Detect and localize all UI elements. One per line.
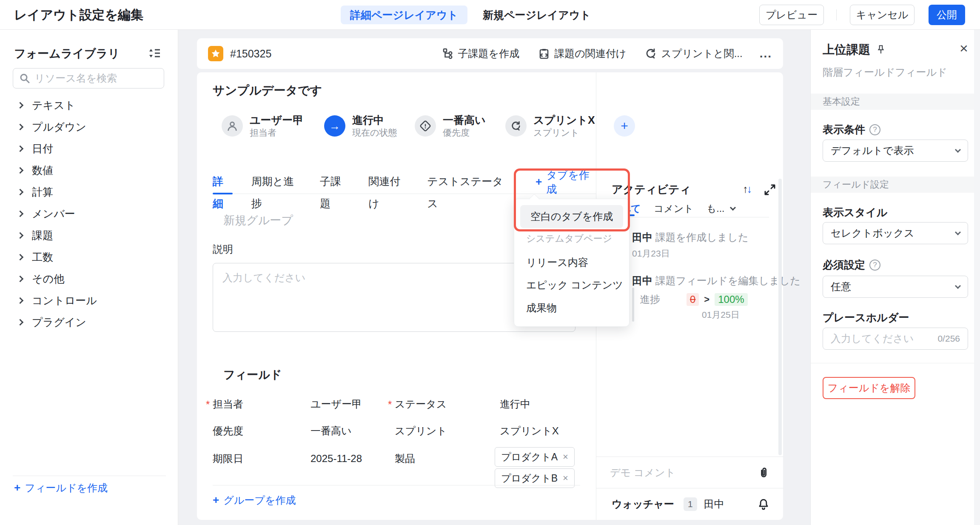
- headline-sprint[interactable]: スプリントXスプリント: [505, 113, 595, 139]
- chevron-down-icon: [955, 146, 961, 152]
- display-condition-select[interactable]: デフォルトで表示: [823, 140, 968, 162]
- change-quote-bar: [632, 288, 634, 322]
- product-tag-a[interactable]: プロダクトA×: [495, 447, 575, 467]
- field-change-row: 進捗 0 > 100%: [640, 293, 748, 306]
- layout-editor-page: レイアウト設定を編集 詳細ページレイアウト 新規ページレイアウト プレビュー キ…: [0, 0, 980, 525]
- sort-order-icon[interactable]: ↑↓: [743, 183, 751, 195]
- issue-header-card: #150325 子課題を作成 課題の関連付け スプリントと関... ...: [197, 38, 783, 69]
- tab-new-page-layout[interactable]: 新規ページレイアウト: [483, 0, 591, 30]
- issue-title: サンプルデータです: [213, 83, 322, 99]
- status-arrow-icon: →: [324, 115, 345, 137]
- expand-icon[interactable]: [764, 184, 776, 196]
- comment-input[interactable]: [610, 467, 757, 479]
- remove-tag-icon[interactable]: ×: [563, 473, 568, 484]
- tab-links[interactable]: 関連付け: [368, 170, 408, 194]
- display-style-select[interactable]: セレクトボックス: [823, 222, 968, 244]
- tab-details[interactable]: 詳細: [213, 170, 233, 194]
- field-value-priority[interactable]: 一番高い: [311, 424, 352, 438]
- tab-detail-page-layout[interactable]: 詳細ページレイアウト: [341, 6, 467, 24]
- top-bar: レイアウト設定を編集 詳細ページレイアウト 新規ページレイアウト プレビュー キ…: [0, 0, 980, 30]
- tab-cycle-progress[interactable]: 周期と進捗: [251, 170, 301, 194]
- help-icon[interactable]: ?: [869, 260, 880, 271]
- menu-item-release[interactable]: リリース内容: [526, 256, 588, 269]
- sidebar-item-manhour[interactable]: 工数: [0, 246, 178, 268]
- field-label-assignee: *担当者: [213, 397, 243, 411]
- issue-tab-bar: 詳細 周期と進捗 子課題 関連付け テストステータス +タブを作成: [213, 170, 596, 194]
- sidebar-item-member[interactable]: メンバー: [0, 203, 178, 225]
- section-basic-settings: 基本設定: [811, 94, 974, 110]
- watcher-names: 田中: [704, 497, 724, 511]
- sidebar-item-number[interactable]: 数値: [0, 160, 178, 181]
- headline-priority[interactable]: 一番高い優先度: [415, 113, 486, 139]
- divider: [611, 217, 769, 217]
- sidebar-item-calc[interactable]: 計算: [0, 181, 178, 203]
- pin-icon[interactable]: [875, 44, 886, 55]
- new-value: 100%: [715, 293, 747, 306]
- field-label-status: *ステータス: [395, 397, 447, 411]
- sidebar-item-text[interactable]: テキスト: [0, 94, 178, 116]
- divider: [596, 457, 783, 457]
- publish-button[interactable]: 公開: [929, 5, 965, 25]
- group-name-placeholder[interactable]: 新規グループ: [223, 213, 293, 228]
- placeholder-input[interactable]: [831, 333, 934, 345]
- sidebar-item-issue[interactable]: 課題: [0, 225, 178, 246]
- close-icon[interactable]: ×: [960, 41, 968, 55]
- field-value-sprint[interactable]: スプリントX: [500, 424, 559, 438]
- headline-assignee[interactable]: ユーザー甲担当者: [222, 113, 303, 139]
- sprint-loop-icon: [505, 115, 527, 137]
- remove-tag-icon[interactable]: ×: [563, 451, 568, 462]
- field-value-assignee[interactable]: ユーザー甲: [311, 397, 362, 411]
- tab-subtasks[interactable]: 子課題: [320, 170, 350, 194]
- more-actions-button[interactable]: ...: [760, 49, 772, 58]
- library-search[interactable]: [13, 68, 164, 88]
- create-field-button[interactable]: +フィールドを作成: [14, 479, 108, 496]
- sprint-link-button[interactable]: スプリントと関...: [645, 47, 742, 60]
- menu-item-deliverable[interactable]: 成果物: [526, 301, 557, 315]
- create-group-button[interactable]: +グループを作成: [213, 491, 296, 508]
- sidebar-item-control[interactable]: コントロール: [0, 290, 178, 311]
- old-value: 0: [687, 293, 699, 306]
- field-value-status[interactable]: 進行中: [500, 397, 530, 411]
- bell-icon[interactable]: [757, 498, 770, 511]
- activity-tab-comments[interactable]: コメント: [654, 202, 694, 215]
- issue-id: #150325: [230, 48, 271, 60]
- paperclip-icon[interactable]: [757, 466, 770, 479]
- activity-title: アクティビティ: [612, 182, 691, 197]
- create-tab-button[interactable]: +タブを作成: [536, 168, 596, 196]
- headline-status[interactable]: → 進行中現在の状態: [324, 113, 397, 139]
- activity-tab-more[interactable]: も...: [707, 202, 735, 215]
- collapse-list-icon[interactable]: [148, 47, 161, 60]
- form-library-sidebar: フォームライブラリ テキスト プルダウン 日付 数値 計算 メンバー 課題 工数…: [0, 30, 178, 525]
- sidebar-item-pulldown[interactable]: プルダウン: [0, 116, 178, 138]
- help-icon[interactable]: ?: [869, 124, 880, 135]
- divider: [213, 485, 580, 485]
- divider: [811, 363, 974, 363]
- comment-box: [610, 457, 770, 488]
- required-setting-select[interactable]: 任意: [823, 276, 968, 298]
- cancel-button[interactable]: キャンセル: [850, 5, 914, 25]
- tab-test-status[interactable]: テストステータス: [427, 170, 508, 194]
- sidebar-item-other[interactable]: その他: [0, 268, 178, 290]
- chevron-right-icon: [17, 211, 24, 217]
- divider: [13, 476, 166, 476]
- sidebar-item-date[interactable]: 日付: [0, 138, 178, 160]
- field-label-priority: 優先度: [213, 424, 243, 438]
- display-condition-label: 表示条件 ?: [823, 123, 880, 137]
- link-issue-button[interactable]: 課題の関連付け: [538, 47, 626, 60]
- scrollbar-thumb[interactable]: [778, 179, 782, 455]
- field-value-duedate[interactable]: 2025-11-28: [311, 451, 362, 466]
- field-label-duedate: 期限日: [213, 451, 243, 466]
- search-input[interactable]: [34, 72, 158, 84]
- create-subtask-button[interactable]: 子課題を作成: [442, 47, 520, 60]
- chevron-down-icon: [729, 205, 735, 211]
- chevron-right-icon: [17, 189, 24, 196]
- activity-entry-2: 田中 課題フィールドを編集しました: [632, 274, 801, 288]
- menu-item-blank-tab[interactable]: 空白のタブを作成: [520, 205, 623, 228]
- scrollbar-track[interactable]: [974, 30, 980, 525]
- preview-button[interactable]: プレビュー: [759, 5, 824, 25]
- menu-item-epic[interactable]: エピック コンテンツ: [526, 278, 623, 292]
- sidebar-item-plugin[interactable]: プラグイン: [0, 311, 178, 333]
- description-label: 説明: [213, 243, 233, 256]
- char-counter: 0/256: [937, 334, 960, 344]
- remove-field-button[interactable]: フィールドを解除: [823, 377, 915, 399]
